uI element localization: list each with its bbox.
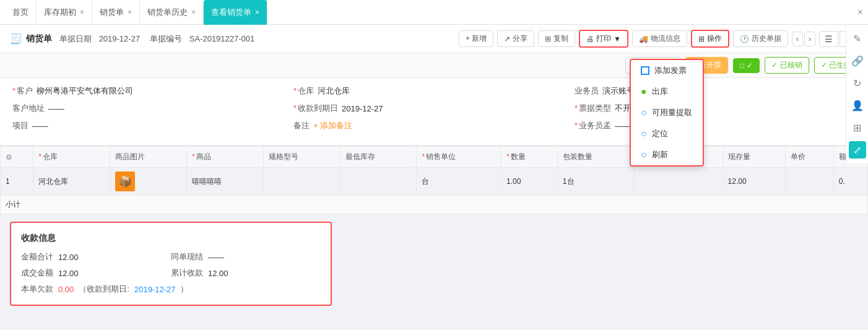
col-product: 商品 xyxy=(187,147,264,168)
sidebar-table-icon[interactable]: ⊞ xyxy=(849,119,866,136)
add-invoice-icon xyxy=(641,66,649,75)
col-qty: 数量 xyxy=(501,147,558,168)
doc-actions: + 新增 ↗ 分享 ⊞ 复制 🖨 打印 ▼ 🚚 物流信息 ⊞ 操作 🕐 历史单据… xyxy=(459,30,858,48)
payment-title: 收款信息 xyxy=(21,233,321,244)
payment-cumulative: 累计收款 12.00 xyxy=(171,267,321,279)
table-wrap: ⚙ 仓库 商品图片 商品 规格型号 最低库存 销售单位 数量 包装数量 可用量（… xyxy=(0,145,868,214)
cell-amount: 0. xyxy=(833,168,867,196)
cell-stock: 12.00 xyxy=(723,168,785,196)
customer-label: 客户 xyxy=(12,85,33,97)
tab-sales-order-close[interactable]: × xyxy=(128,8,132,17)
form-section: 客户 柳州粤港平安气体有限公司 仓库 河北仓库 业务员 演示账号 客户地址 ——… xyxy=(0,78,868,145)
subtotal-row: 小计 xyxy=(1,196,868,214)
payment-date-value: 2019-12-27 xyxy=(342,104,383,113)
prev-button[interactable]: ‹ xyxy=(792,32,803,46)
col-spec: 规格型号 xyxy=(263,147,340,168)
dropdown-locate[interactable]: ○ 定位 xyxy=(631,123,703,144)
nav-arrows: ‹ › xyxy=(792,32,815,46)
operate-button[interactable]: ⊞ 操作 xyxy=(691,30,729,48)
view-list-button[interactable]: ☰ xyxy=(819,31,838,47)
field-project: 项目 —— xyxy=(12,120,293,131)
payment-current-owed: 本单欠款 0.00 （收款到期日: 2019-12-27 ） xyxy=(21,284,321,295)
payment-same-order: 同单现结 —— xyxy=(171,251,321,263)
sidebar-user-icon[interactable]: 👤 xyxy=(849,97,866,114)
payment-section: 收款信息 金额合计 12.00 同单现结 —— 成交金额 12.00 累计收款 … xyxy=(10,222,332,306)
share-button[interactable]: ↗ 分享 xyxy=(497,30,534,47)
project-value: —— xyxy=(32,121,48,131)
cell-pack-qty: 1台 xyxy=(557,168,634,196)
col-pack-qty: 包装数量 xyxy=(557,147,634,168)
tab-home[interactable]: 首页 xyxy=(5,0,37,25)
tab-inventory-init-close[interactable]: × xyxy=(80,8,84,17)
print-button[interactable]: 🖨 打印 ▼ xyxy=(579,30,628,48)
col-unit-price: 单价 xyxy=(785,147,833,168)
addr-value: —— xyxy=(48,104,64,113)
right-sidebar: ✎ 🔗 ↻ 👤 ⊞ ⤢ xyxy=(846,25,868,163)
next-button[interactable]: › xyxy=(804,32,815,46)
doc-number-label: 单据编号 SA-20191227-001 xyxy=(150,33,254,45)
copy-button[interactable]: ⊞ 复制 xyxy=(538,30,575,47)
tab-sales-order[interactable]: 销货单 × xyxy=(92,0,140,25)
tab-view-sales[interactable]: 查看销货单 × xyxy=(204,0,267,25)
note-label: 备注 xyxy=(293,120,310,131)
doc-header: 🧾 销货单 单据日期 2019-12-27 单据编号 SA-20191227-0… xyxy=(0,25,868,53)
dropdown-refresh[interactable]: ○ 刷新 xyxy=(631,144,703,165)
secondary-bar: 📱 来自手机 ● 未开票 □ ✓ ✓ 已核销 ✓ 已生效 xyxy=(0,53,868,78)
ticket-type-label: 票据类型 xyxy=(575,103,611,114)
form-row-3: 项目 —— 备注 + 添加备注 业务员孟 —— xyxy=(12,120,856,131)
cell-product: 嘻嘻嘻嘻 xyxy=(187,168,264,196)
cell-qty: 1.00 xyxy=(501,168,558,196)
col-product-img: 商品图片 xyxy=(110,147,187,168)
sidebar-link-icon[interactable]: 🔗 xyxy=(849,52,866,69)
sold-status[interactable]: ✓ 已核销 xyxy=(765,57,809,74)
history-button[interactable]: 🕐 历史单据 xyxy=(733,30,788,47)
col-settings[interactable]: ⚙ xyxy=(1,147,33,168)
cell-seq: 1 xyxy=(1,168,33,196)
dropdown-outbound[interactable]: ● 出库 xyxy=(631,81,703,102)
doc-meta: 单据日期 2019-12-27 单据编号 SA-20191227-001 xyxy=(59,33,254,45)
doc-title: 🧾 销货单 xyxy=(10,33,52,45)
col-warehouse: 仓库 xyxy=(33,147,110,168)
field-salesperson: 业务员 演示账号 xyxy=(575,85,856,97)
dropdown-available-qty[interactable]: ○ 可用量提取 xyxy=(631,102,703,123)
dropdown-add-invoice[interactable]: 添加发票 xyxy=(631,60,703,81)
salesperson2-value: —— xyxy=(615,121,631,131)
logistics-button[interactable]: 🚚 物流信息 xyxy=(632,30,687,47)
cell-sales-unit: 台 xyxy=(417,168,501,196)
sidebar-edit-icon[interactable]: ✎ xyxy=(849,30,866,47)
complete-button[interactable]: □ ✓ xyxy=(733,58,760,73)
cell-spec xyxy=(263,168,340,196)
form-row-1: 客户 柳州粤港平安气体有限公司 仓库 河北仓库 业务员 演示账号 xyxy=(12,85,856,97)
doc-type-label: 销货单 xyxy=(26,33,52,45)
print-icon: 🖨 xyxy=(586,35,594,43)
payment-transaction-amount: 成交金额 12.00 xyxy=(21,267,171,279)
tab-inventory-init[interactable]: 库存期初 × xyxy=(37,0,92,25)
doc-icon: 🧾 xyxy=(10,33,22,45)
sidebar-sync-icon[interactable]: ↻ xyxy=(849,74,866,92)
tab-sales-history-close[interactable]: × xyxy=(191,8,196,17)
cell-available xyxy=(634,168,723,196)
warehouse-value: 河北仓库 xyxy=(318,85,350,97)
form-row-2: 客户地址 —— 收款到期日 2019-12-27 票据类型 不开票 xyxy=(12,103,856,114)
cell-min-stock xyxy=(340,168,417,196)
col-stock: 现存量 xyxy=(723,147,785,168)
add-note-button[interactable]: + 添加备注 xyxy=(313,120,352,131)
check-icon: ✓ xyxy=(747,61,753,70)
print-dropdown-arrow[interactable]: ▼ xyxy=(614,35,621,43)
tab-sales-history[interactable]: 销货单历史 × xyxy=(140,0,204,25)
tab-view-sales-close[interactable]: × xyxy=(255,8,259,17)
customer-value: 柳州粤港平安气体有限公司 xyxy=(37,85,133,97)
salesperson-label: 业务员 xyxy=(575,85,599,97)
tab-bar-close[interactable]: × xyxy=(857,7,863,18)
tab-bar: 首页 库存期初 × 销货单 × 销货单历史 × 查看销货单 × × xyxy=(0,0,868,25)
table-row: 1 河北仓库 📦 嘻嘻嘻嘻 台 1.00 1台 12.00 0. xyxy=(1,168,868,196)
addr-label: 客户地址 xyxy=(12,103,45,114)
col-min-stock: 最低库存 xyxy=(340,147,417,168)
new-button[interactable]: + 新增 xyxy=(459,30,493,47)
cell-product-img: 📦 xyxy=(110,168,187,196)
field-addr: 客户地址 —— xyxy=(12,103,293,114)
refresh-icon: ○ xyxy=(641,149,647,160)
sidebar-expand-icon[interactable]: ⤢ xyxy=(849,141,866,158)
cell-warehouse: 河北仓库 xyxy=(33,168,110,196)
grid-icon: ⊞ xyxy=(698,35,705,43)
